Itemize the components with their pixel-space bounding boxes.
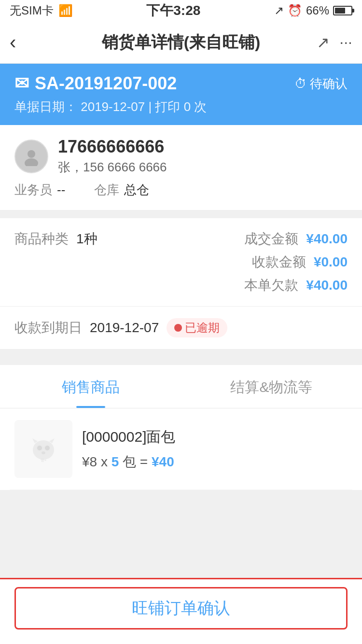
product-qty: 5 [111,454,119,469]
tabs-section: 销售商品 结算&物流等 管+ [0,365,362,490]
product-code: [0000002] [82,429,146,445]
confirm-button-wrapper: 旺铺订单确认 [0,578,362,644]
confirm-order-button[interactable]: 旺铺订单确认 [14,587,348,630]
svg-text:管+: 管+ [41,458,47,462]
tab-products[interactable]: 销售商品 [0,365,181,408]
status-indicators: ↗ ⏰ 66% [274,4,352,17]
battery-percent: 66% [306,4,329,17]
customer-main: 17666666666 张，156 6666 6666 [14,137,348,176]
page-title: 销货单详情(来自旺铺) [102,31,261,54]
product-price: ¥8 x 5 包 = ¥40 [82,453,348,471]
carrier-text: 无SIM卡 [10,3,54,18]
wifi-icon: 📶 [58,4,73,17]
order-date: 2019-12-07 [81,99,145,114]
amount-label: 成交金额 [244,230,298,248]
customer-phone: 17666666666 [58,137,348,157]
warehouse-meta: 仓库 总仓 [94,182,149,198]
svg-point-1 [25,158,38,166]
status-time: 下午3:28 [146,1,200,20]
svg-point-6 [45,446,50,450]
svg-point-2 [33,440,54,460]
category-area: 商品种类 1种 [14,230,244,248]
product-item: 管+ [0000002]面包 ¥8 x 5 包 = ¥40 [10,408,352,490]
summary-section: 商品种类 1种 成交金额 ¥40.00 收款金额 ¥0.00 本单欠款 ¥40.… [0,218,362,307]
location-icon: ↗ [274,4,284,17]
product-list: 管+ [0000002]面包 ¥8 x 5 包 = ¥40 [0,408,362,490]
overdue-text: 已逾期 [185,320,220,336]
customer-meta: 业务员 -- 仓库 总仓 [14,182,348,198]
battery-icon [333,6,352,15]
product-name-text: 面包 [146,429,175,445]
sales-label: 业务员 [14,182,52,198]
received-value: ¥0.00 [314,254,348,270]
print-count: 0 [184,99,191,114]
order-header: ✉ SA-20191207-002 ⏱ 待确认 单据日期： 2019-12-07… [0,64,362,125]
order-status: ⏱ 待确认 [294,75,348,92]
status-text: 待确认 [310,75,348,92]
product-total: ¥40 [152,454,174,469]
owed-value: ¥40.00 [306,278,348,293]
owed-label: 本单欠款 [244,276,298,294]
amounts-area: 成交金额 ¥40.00 收款金额 ¥0.00 本单欠款 ¥40.00 [244,230,348,294]
due-date: 2019-12-07 [90,320,159,336]
warehouse-label: 仓库 [94,182,119,198]
tab-settlement[interactable]: 结算&物流等 [181,365,362,408]
divider-1 [0,210,362,218]
alarm-icon: ⏰ [288,4,302,17]
category-value: 1种 [76,230,97,248]
customer-name: 张，156 6666 6666 [58,159,348,176]
qty-unit: 包 [123,454,136,469]
product-thumbnail: 管+ [14,420,72,478]
warehouse-value: 总仓 [124,182,149,198]
tabs-header: 销售商品 结算&物流等 [0,365,362,408]
date-label: 单据日期： [14,99,77,114]
back-button[interactable]: ‹ [10,31,39,53]
order-date-line: 单据日期： 2019-12-07 | 打印 0 次 [14,98,348,115]
nav-actions: ↗ ··· [317,33,352,52]
category-label: 商品种类 [14,230,69,248]
order-header-top: ✉ SA-20191207-002 ⏱ 待确认 [14,73,348,94]
customer-info: 17666666666 张，156 6666 6666 [58,137,348,176]
product-name: [0000002]面包 [82,427,348,447]
print-unit: 次 [194,99,207,114]
divider-2 [0,350,362,357]
svg-point-7 [42,451,45,454]
status-carrier-area: 无SIM卡 📶 [10,3,73,18]
due-date-section: 收款到期日 2019-12-07 已逾期 [0,307,362,350]
due-label: 收款到期日 [14,319,82,337]
overdue-badge: 已逾期 [167,318,227,337]
nav-bar: ‹ 销货单详情(来自旺铺) ↗ ··· [0,21,362,64]
svg-point-5 [37,446,42,450]
amount-row-owed: 本单欠款 ¥40.00 [244,276,348,294]
share-icon[interactable]: ↗ [317,33,330,52]
status-clock-icon: ⏱ [294,76,307,91]
sales-value: -- [57,182,65,197]
received-label: 收款金额 [252,253,306,271]
price-label: ¥8 x [82,454,108,469]
amount-value: ¥40.00 [306,231,348,247]
product-image-placeholder: 管+ [24,434,63,463]
order-id-text: SA-20191207-002 [35,73,177,94]
print-label: | 打印 [148,99,180,114]
product-info: [0000002]面包 ¥8 x 5 包 = ¥40 [82,427,348,471]
equals-sign: = [140,454,148,469]
customer-section: 17666666666 张，156 6666 6666 业务员 -- 仓库 总仓 [0,125,362,210]
order-id: ✉ SA-20191207-002 [14,73,177,94]
overdue-dot-icon [174,324,182,332]
more-icon[interactable]: ··· [339,33,352,51]
amount-row-deal: 成交金额 ¥40.00 [244,230,348,248]
svg-point-0 [28,150,35,158]
avatar [14,140,48,173]
order-icon: ✉ [14,73,29,94]
amount-row-received: 收款金额 ¥0.00 [252,253,348,271]
sales-meta: 业务员 -- [14,182,65,198]
status-bar: 无SIM卡 📶 下午3:28 ↗ ⏰ 66% [0,0,362,21]
